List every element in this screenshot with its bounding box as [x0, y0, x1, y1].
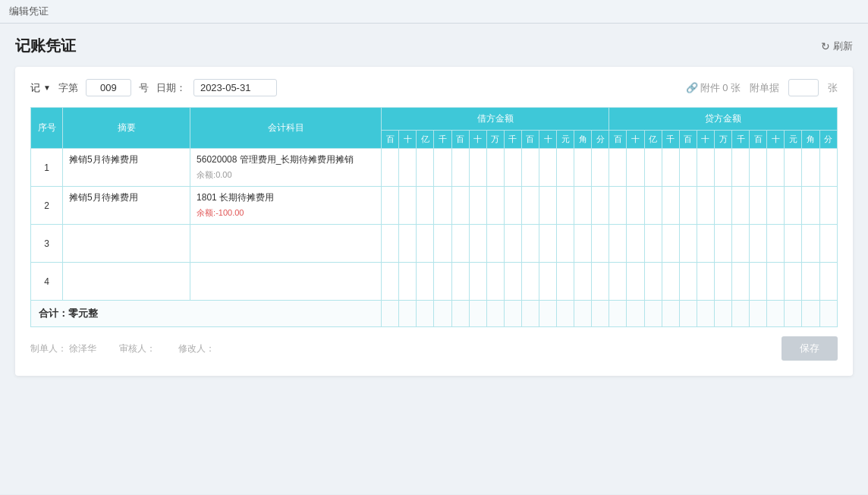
- row1-credit-col6[interactable]: [697, 149, 714, 187]
- row2-debit-col8[interactable]: [504, 187, 521, 225]
- account-cell-1[interactable]: 56020008 管理费用_长期待摊费用摊销余额:0.00: [190, 149, 382, 187]
- account-cell-2[interactable]: 1801 长期待摊费用余额:-100.00: [190, 187, 382, 225]
- row4-debit-col8[interactable]: [504, 263, 521, 301]
- row4-credit-col3[interactable]: [644, 263, 662, 301]
- row1-debit-col1[interactable]: [382, 149, 399, 187]
- row4-debit-col10[interactable]: [539, 263, 557, 301]
- row2-debit-col2[interactable]: [399, 187, 417, 225]
- row1-credit-col4[interactable]: [662, 149, 679, 187]
- row4-debit-col1[interactable]: [382, 263, 399, 301]
- row2-credit-col3[interactable]: [644, 187, 662, 225]
- row4-debit-col7[interactable]: [486, 263, 504, 301]
- row2-credit-col10[interactable]: [767, 187, 785, 225]
- row1-debit-col10[interactable]: [539, 149, 557, 187]
- row3-debit-col9[interactable]: [521, 225, 539, 263]
- date-input[interactable]: [193, 79, 277, 96]
- row4-credit-col13[interactable]: [819, 263, 837, 301]
- row1-credit-col3[interactable]: [644, 149, 662, 187]
- row4-debit-col11[interactable]: [557, 263, 574, 301]
- row3-credit-col5[interactable]: [679, 225, 697, 263]
- row3-credit-col10[interactable]: [767, 225, 785, 263]
- row2-credit-col6[interactable]: [697, 187, 714, 225]
- row3-debit-col2[interactable]: [399, 225, 417, 263]
- row4-debit-col9[interactable]: [521, 263, 539, 301]
- row3-credit-col6[interactable]: [697, 225, 714, 263]
- row3-credit-col8[interactable]: [732, 225, 750, 263]
- account-cell-3[interactable]: [190, 225, 382, 263]
- row2-credit-col13[interactable]: [819, 187, 837, 225]
- row2-credit-col7[interactable]: [714, 187, 731, 225]
- row1-debit-col11[interactable]: [557, 149, 574, 187]
- row1-debit-col5[interactable]: [451, 149, 469, 187]
- row1-credit-col5[interactable]: [679, 149, 697, 187]
- save-button[interactable]: 保存: [782, 336, 838, 361]
- row3-credit-col4[interactable]: [662, 225, 679, 263]
- row1-debit-col6[interactable]: [469, 149, 486, 187]
- row3-debit-col11[interactable]: [557, 225, 574, 263]
- row3-credit-col11[interactable]: [785, 225, 802, 263]
- row2-debit-col9[interactable]: [521, 187, 539, 225]
- summary-cell-2[interactable]: 摊销5月待摊费用: [63, 187, 190, 225]
- row2-credit-col1[interactable]: [609, 187, 627, 225]
- row2-debit-col7[interactable]: [486, 187, 504, 225]
- voucher-number-input[interactable]: [86, 79, 131, 96]
- row3-debit-col13[interactable]: [592, 225, 609, 263]
- row4-debit-col6[interactable]: [469, 263, 486, 301]
- row4-debit-col13[interactable]: [592, 263, 609, 301]
- row3-credit-col2[interactable]: [627, 225, 644, 263]
- row2-debit-col4[interactable]: [434, 187, 451, 225]
- row2-debit-col10[interactable]: [539, 187, 557, 225]
- refresh-button[interactable]: ↻ 刷新: [821, 39, 853, 53]
- row1-debit-col9[interactable]: [521, 149, 539, 187]
- row1-credit-col11[interactable]: [785, 149, 802, 187]
- account-cell-4[interactable]: [190, 263, 382, 301]
- row4-debit-col4[interactable]: [434, 263, 451, 301]
- row3-debit-col12[interactable]: [574, 225, 592, 263]
- row4-credit-col11[interactable]: [785, 263, 802, 301]
- row4-debit-col2[interactable]: [399, 263, 417, 301]
- row3-debit-col5[interactable]: [451, 225, 469, 263]
- row1-debit-col3[interactable]: [417, 149, 434, 187]
- row2-debit-col6[interactable]: [469, 187, 486, 225]
- row2-debit-col5[interactable]: [451, 187, 469, 225]
- row2-credit-col4[interactable]: [662, 187, 679, 225]
- row3-credit-col1[interactable]: [609, 225, 627, 263]
- row1-credit-col8[interactable]: [732, 149, 750, 187]
- row2-credit-col2[interactable]: [627, 187, 644, 225]
- row2-debit-col3[interactable]: [417, 187, 434, 225]
- row2-credit-col8[interactable]: [732, 187, 750, 225]
- row2-credit-col9[interactable]: [750, 187, 767, 225]
- row4-credit-col7[interactable]: [714, 263, 731, 301]
- row2-debit-col1[interactable]: [382, 187, 399, 225]
- row3-credit-col3[interactable]: [644, 225, 662, 263]
- row1-credit-col13[interactable]: [819, 149, 837, 187]
- summary-cell-3[interactable]: [63, 225, 190, 263]
- row4-credit-col5[interactable]: [679, 263, 697, 301]
- row3-credit-col9[interactable]: [750, 225, 767, 263]
- row4-debit-col12[interactable]: [574, 263, 592, 301]
- row1-debit-col8[interactable]: [504, 149, 521, 187]
- row2-debit-col11[interactable]: [557, 187, 574, 225]
- row1-debit-col2[interactable]: [399, 149, 417, 187]
- row4-credit-col10[interactable]: [767, 263, 785, 301]
- row4-credit-col2[interactable]: [627, 263, 644, 301]
- row2-credit-col12[interactable]: [802, 187, 819, 225]
- row3-credit-col13[interactable]: [819, 225, 837, 263]
- row4-credit-col8[interactable]: [732, 263, 750, 301]
- row1-debit-col12[interactable]: [574, 149, 592, 187]
- row2-debit-col13[interactable]: [592, 187, 609, 225]
- row4-credit-col12[interactable]: [802, 263, 819, 301]
- row1-credit-col10[interactable]: [767, 149, 785, 187]
- row4-credit-col9[interactable]: [750, 263, 767, 301]
- row1-credit-col12[interactable]: [802, 149, 819, 187]
- row3-credit-col12[interactable]: [802, 225, 819, 263]
- row4-debit-col3[interactable]: [417, 263, 434, 301]
- row1-debit-col4[interactable]: [434, 149, 451, 187]
- row2-credit-col11[interactable]: [785, 187, 802, 225]
- row2-credit-col5[interactable]: [679, 187, 697, 225]
- row3-debit-col8[interactable]: [504, 225, 521, 263]
- row3-credit-col7[interactable]: [714, 225, 731, 263]
- row1-credit-col9[interactable]: [750, 149, 767, 187]
- row4-credit-col1[interactable]: [609, 263, 627, 301]
- row3-debit-col7[interactable]: [486, 225, 504, 263]
